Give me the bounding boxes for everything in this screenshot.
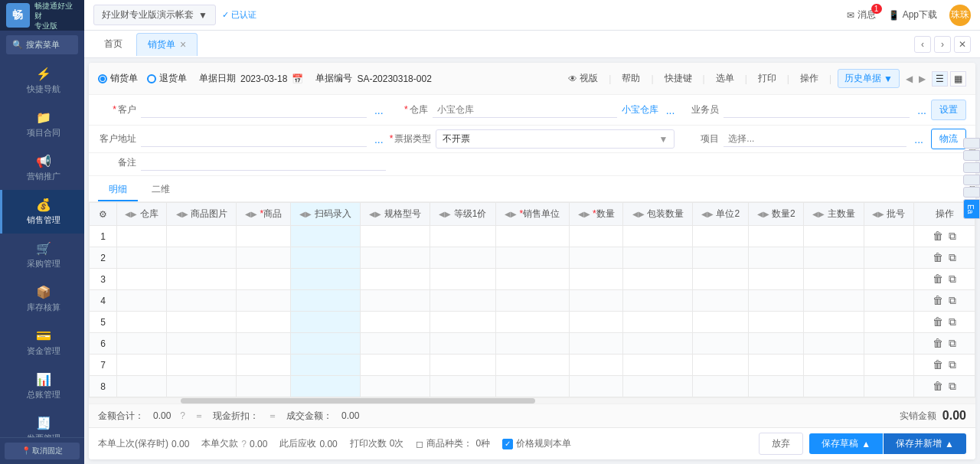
row-price1-1[interactable] xyxy=(430,226,495,247)
row-mainqty-2[interactable] xyxy=(804,247,864,269)
row-unit2-1[interactable] xyxy=(693,226,748,247)
row-unit2-7[interactable] xyxy=(693,355,748,376)
sidebar-item-accounting[interactable]: 📊 总账管理 xyxy=(0,364,84,408)
col-mainqty-header[interactable]: ◀▶ 主数量 xyxy=(804,203,864,226)
project-picker-icon[interactable]: ... xyxy=(914,133,923,145)
calendar-icon[interactable]: 📅 xyxy=(292,74,303,84)
row-pkgqty-3[interactable] xyxy=(623,269,693,290)
row-qty-3[interactable] xyxy=(569,269,622,290)
row-pkgqty-5[interactable] xyxy=(623,312,693,333)
col-price1-header[interactable]: ◀▶ 等级1价 xyxy=(430,203,495,226)
row-spec-5[interactable] xyxy=(360,312,430,333)
row-warehouse-2[interactable] xyxy=(117,247,167,269)
row-qty2-3[interactable] xyxy=(748,269,803,290)
row-goods-2[interactable] xyxy=(237,247,290,269)
row-goods-8[interactable] xyxy=(237,376,290,397)
row-copy-icon-3[interactable]: ⧉ xyxy=(947,273,958,285)
tab-close-button[interactable]: ✕ xyxy=(954,36,971,53)
row-unit-3[interactable] xyxy=(495,269,569,290)
search-menu-button[interactable]: 🔍 搜索菜单 xyxy=(6,35,78,54)
print-button[interactable]: 打印 xyxy=(753,70,781,87)
tab-next-button[interactable]: › xyxy=(934,36,951,53)
col-spec-header[interactable]: ◀▶ 规格型号 xyxy=(360,203,430,226)
nav-prev-icon[interactable]: ◀ xyxy=(906,74,913,84)
row-qty2-5[interactable] xyxy=(748,312,803,333)
quick-btn-star[interactable]: 星 xyxy=(963,175,980,185)
row-delete-icon-6[interactable]: 🗑 xyxy=(931,337,945,349)
row-qty2-1[interactable] xyxy=(748,226,803,247)
customer-input[interactable] xyxy=(141,102,367,118)
address-picker-icon[interactable]: ... xyxy=(374,133,384,145)
sidebar-item-quick-nav[interactable]: ⚡ 快捷导航 xyxy=(0,59,84,103)
row-price1-5[interactable] xyxy=(430,312,495,333)
row-qty-7[interactable] xyxy=(569,355,622,376)
company-selector[interactable]: 好业财专业版演示帐套 ▼ xyxy=(93,5,216,25)
row-unit2-2[interactable] xyxy=(693,247,748,269)
row-unit-4[interactable] xyxy=(495,290,569,312)
radio-sales[interactable]: 销货单 xyxy=(98,72,138,85)
radio-return[interactable]: 退货单 xyxy=(147,72,187,85)
row-warehouse-4[interactable] xyxy=(117,290,167,312)
col-warehouse-header[interactable]: ◀▶ 仓库 xyxy=(117,203,167,226)
row-qty-1[interactable] xyxy=(569,226,622,247)
address-input[interactable] xyxy=(141,131,367,147)
row-warehouse-1[interactable] xyxy=(117,226,167,247)
salesperson-input[interactable] xyxy=(724,102,910,118)
row-qty2-6[interactable] xyxy=(748,333,803,355)
row-qty2-4[interactable] xyxy=(748,290,803,312)
row-qty-6[interactable] xyxy=(569,333,622,355)
row-goods-3[interactable] xyxy=(237,269,290,290)
row-unit-1[interactable] xyxy=(495,226,569,247)
sidebar-item-inventory[interactable]: 📦 库存核算 xyxy=(0,277,84,321)
col-batch-header[interactable]: ◀▶ 批号 xyxy=(864,203,913,226)
row-batch-8[interactable] xyxy=(864,376,913,397)
row-unit-7[interactable] xyxy=(495,355,569,376)
row-batch-7[interactable] xyxy=(864,355,913,376)
row-pkgqty-4[interactable] xyxy=(623,290,693,312)
row-unit2-3[interactable] xyxy=(693,269,748,290)
row-img-7[interactable] xyxy=(167,355,237,376)
tab-prev-button[interactable]: ‹ xyxy=(914,36,931,53)
row-qty2-7[interactable] xyxy=(748,355,803,376)
row-img-6[interactable] xyxy=(167,333,237,355)
row-copy-icon-2[interactable]: ⧉ xyxy=(947,251,958,263)
horizontal-scrollbar[interactable] xyxy=(89,397,975,404)
row-barcode-8[interactable] xyxy=(290,376,360,397)
row-price1-8[interactable] xyxy=(430,376,495,397)
messages-button[interactable]: ✉ 1 消息 xyxy=(847,8,876,21)
row-unit2-6[interactable] xyxy=(693,333,748,355)
save-draft-button[interactable]: 保存草稿 ▲ xyxy=(809,433,883,454)
row-mainqty-3[interactable] xyxy=(804,269,864,290)
row-pkgqty-2[interactable] xyxy=(623,247,693,269)
quick-btn-note[interactable]: 记 xyxy=(963,150,980,161)
layout-list-icon[interactable]: ☰ xyxy=(932,71,948,87)
app-download-button[interactable]: 📱 App下载 xyxy=(888,8,937,21)
abandon-button[interactable]: 放弃 xyxy=(759,433,803,455)
row-spec-6[interactable] xyxy=(360,333,430,355)
scrollbar-thumb[interactable] xyxy=(181,398,535,404)
row-copy-icon-8[interactable]: ⧉ xyxy=(947,380,958,392)
owe-help-icon[interactable]: ? xyxy=(241,439,247,449)
row-spec-7[interactable] xyxy=(360,355,430,376)
row-qty-5[interactable] xyxy=(569,312,622,333)
row-unit-5[interactable] xyxy=(495,312,569,333)
row-delete-icon-7[interactable]: 🗑 xyxy=(931,358,945,371)
customer-picker-icon[interactable]: ... xyxy=(374,104,384,116)
col-img-header[interactable]: ◀▶ 商品图片 xyxy=(167,203,237,226)
select-single-button[interactable]: 选单 xyxy=(711,70,739,87)
row-price1-6[interactable] xyxy=(430,333,495,355)
quick-btn-chart[interactable]: 图 xyxy=(963,138,980,149)
row-goods-5[interactable] xyxy=(237,312,290,333)
unpin-button[interactable]: 📍 取消固定 xyxy=(5,443,80,459)
row-barcode-2[interactable] xyxy=(290,247,360,269)
row-unit2-4[interactable] xyxy=(693,290,748,312)
row-qty-2[interactable] xyxy=(569,247,622,269)
row-unit2-8[interactable] xyxy=(693,376,748,397)
row-spec-2[interactable] xyxy=(360,247,430,269)
row-barcode-3[interactable] xyxy=(290,269,360,290)
row-img-1[interactable] xyxy=(167,226,237,247)
row-batch-6[interactable] xyxy=(864,333,913,355)
row-unit-6[interactable] xyxy=(495,333,569,355)
row-delete-icon-8[interactable]: 🗑 xyxy=(931,380,945,392)
row-spec-3[interactable] xyxy=(360,269,430,290)
